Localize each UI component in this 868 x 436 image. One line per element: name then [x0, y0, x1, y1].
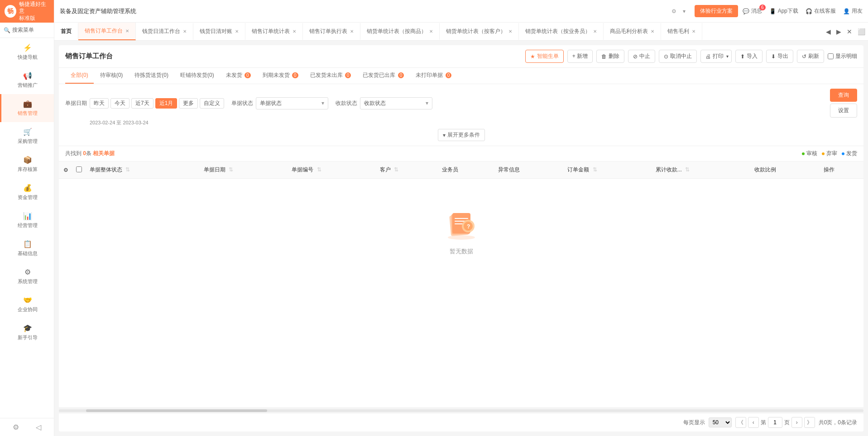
- tab-sales-order[interactable]: 销售订单工作台 ✕: [78, 23, 136, 40]
- suspend-btn[interactable]: ⊘ 中止: [628, 50, 655, 63]
- sidebar-item-system[interactable]: ⚙ 系统管理: [0, 262, 54, 290]
- sub-tab-not-shipped[interactable]: 未发货 0: [221, 68, 256, 84]
- tab-gross-margin[interactable]: 商品毛利分析表 ✕: [604, 23, 661, 40]
- sort-customer-icon[interactable]: ⇅: [394, 166, 398, 173]
- tab-sales-summary-product[interactable]: 销货单统计表（按商品） ✕: [360, 23, 440, 40]
- tab-sales-stats[interactable]: 销售订单统计表 ✕: [245, 23, 303, 40]
- search-menu[interactable]: 🔍 搜索菜单: [0, 23, 54, 38]
- sub-tab-expired-not-shipped[interactable]: 到期未发货 0: [257, 68, 304, 84]
- page-input[interactable]: 1: [768, 417, 782, 428]
- batch-audit-btn[interactable]: 审核: [802, 150, 817, 157]
- col-checkbox[interactable]: [72, 161, 86, 179]
- set-btn[interactable]: 设置: [830, 104, 857, 118]
- tab-nav-prev[interactable]: ◀: [823, 28, 834, 35]
- sub-tab-all[interactable]: 全部(0): [65, 68, 94, 84]
- tab-cash-reconcile[interactable]: 钱货日清对账 ✕: [193, 23, 245, 40]
- import-btn[interactable]: ⬆ 导入: [735, 50, 762, 63]
- sidebar-item-quick-nav[interactable]: ⚡ 快捷导航: [0, 38, 54, 66]
- settings-bottom-icon[interactable]: ⚙: [13, 423, 19, 431]
- sidebar-item-basic-info[interactable]: 📋 基础信息: [0, 234, 54, 262]
- tab-summary-product-close[interactable]: ✕: [429, 29, 433, 34]
- sort-received-icon[interactable]: ⇅: [685, 166, 690, 173]
- sidebar-item-purchase[interactable]: 🛒 采购管理: [0, 122, 54, 150]
- industry-btn[interactable]: 体验行业方案: [695, 5, 738, 17]
- tab-home[interactable]: 首页: [54, 23, 78, 40]
- audit-dot: [802, 152, 805, 155]
- sidebar-item-collab[interactable]: 🤝 企业协同: [0, 290, 54, 318]
- page-last-btn[interactable]: 》: [804, 417, 815, 428]
- col-settings[interactable]: ⚙: [59, 161, 72, 179]
- tab-close-all[interactable]: ✕: [844, 28, 855, 35]
- expand-btn[interactable]: ▾ 展开更多条件: [438, 129, 485, 141]
- date-1month[interactable]: 近1月: [155, 98, 177, 109]
- per-page-select[interactable]: 50 100 200: [709, 417, 732, 427]
- sub-tab-pending-inspect[interactable]: 待拣货送货(0): [129, 68, 174, 84]
- sort-status-icon[interactable]: ⇅: [125, 166, 130, 173]
- show-detail-checkbox[interactable]: [828, 53, 834, 59]
- app-download-item[interactable]: 📱 App下载: [769, 7, 798, 15]
- smart-btn[interactable]: ★ 智能生单: [525, 50, 564, 63]
- col-salesperson: 业务员: [438, 161, 494, 179]
- print-btn[interactable]: 🖨 打印 ▾: [700, 50, 732, 63]
- sidebar-item-finance[interactable]: 💰 资金管理: [0, 178, 54, 206]
- tab-summary-customer-close[interactable]: ✕: [508, 29, 512, 34]
- topbar-settings-icon[interactable]: ⚙: [671, 8, 676, 14]
- payment-select[interactable]: 收款状态 ▾: [360, 97, 432, 109]
- page-next-btn[interactable]: ›: [791, 417, 802, 428]
- tab-maximize[interactable]: ⬜: [855, 28, 868, 35]
- batch-cancel-audit-btn[interactable]: 弃审: [822, 150, 837, 157]
- tab-sales-exec[interactable]: 销售订单执行表 ✕: [303, 23, 360, 40]
- sub-tab-wangpu[interactable]: 旺铺待发货(0): [175, 68, 220, 84]
- message-icon-item[interactable]: 💬 消息 6: [743, 7, 762, 15]
- tab-cash-reconcile-close[interactable]: ✕: [235, 29, 239, 34]
- sidebar-item-operations[interactable]: 📊 经营管理: [0, 206, 54, 234]
- sort-date-icon[interactable]: ⇅: [229, 166, 233, 173]
- tab-sales-summary-staff[interactable]: 销货单统计表（按业务员） ✕: [519, 23, 604, 40]
- sidebar-item-inventory[interactable]: 📦 库存核算: [0, 150, 54, 178]
- user-item[interactable]: 👤 用友: [843, 7, 863, 15]
- refresh-btn[interactable]: ↺ 刷新: [797, 50, 824, 63]
- page-first-btn[interactable]: 《: [735, 417, 746, 428]
- query-btn[interactable]: 查询: [830, 89, 857, 102]
- status-select[interactable]: 单据状态 ▾: [256, 97, 328, 109]
- sidebar-item-sales[interactable]: 💼 销售管理: [0, 94, 54, 122]
- online-service-item[interactable]: 🎧 在线客服: [806, 7, 836, 15]
- refresh-icon: ↺: [802, 53, 806, 60]
- sort-amount-icon[interactable]: ⇅: [593, 166, 597, 173]
- date-custom[interactable]: 自定义: [200, 98, 224, 109]
- add-btn[interactable]: + 新增: [567, 50, 593, 63]
- batch-ship-btn[interactable]: 发货: [842, 150, 857, 157]
- tab-sales-more[interactable]: 销售毛利 ✕: [661, 23, 702, 40]
- tab-sales-summary-customer[interactable]: 销货单统计表（按客户） ✕: [440, 23, 519, 40]
- scrollbar-area[interactable]: [59, 408, 863, 413]
- sub-tab-shipped-not-out[interactable]: 已发货未出库 0: [305, 68, 357, 84]
- sub-tab-shipped-out[interactable]: 已发货已出库 0: [357, 68, 409, 84]
- tab-sales-order-close[interactable]: ✕: [125, 28, 129, 33]
- scrollbar-thumb[interactable]: [86, 409, 267, 412]
- tab-gross-margin-close[interactable]: ✕: [651, 29, 654, 34]
- sub-tab-pending-audit[interactable]: 待审核(0): [95, 68, 129, 84]
- select-all-checkbox[interactable]: [76, 166, 82, 172]
- date-more[interactable]: 更多: [179, 98, 198, 109]
- dropdown-arrow-icon[interactable]: ▾: [683, 8, 686, 14]
- sidebar-item-newbie[interactable]: 🎓 新手引导: [0, 318, 54, 346]
- date-yesterday[interactable]: 昨天: [90, 98, 109, 109]
- tab-sales-more-close[interactable]: ✕: [692, 29, 695, 34]
- delete-btn[interactable]: 🗑 删除: [596, 50, 624, 63]
- date-today[interactable]: 今天: [110, 98, 129, 109]
- sort-number-icon[interactable]: ⇅: [317, 166, 321, 173]
- tab-cash-daily[interactable]: 钱货日清工作台 ✕: [136, 23, 193, 40]
- collapse-sidebar-btn[interactable]: ◁: [36, 423, 41, 431]
- tab-nav-next[interactable]: ▶: [834, 28, 844, 35]
- tab-sales-exec-close[interactable]: ✕: [350, 29, 354, 34]
- sidebar-item-marketing[interactable]: 📢 营销推广: [0, 66, 54, 94]
- tab-cash-daily-close[interactable]: ✕: [183, 29, 187, 34]
- export-btn[interactable]: ⬇ 导出: [766, 50, 793, 63]
- show-detail-checkbox-label[interactable]: 显示明细: [828, 52, 857, 60]
- cancel-suspend-btn[interactable]: ⊙ 取消中止: [659, 50, 697, 63]
- tab-sales-stats-close[interactable]: ✕: [293, 29, 296, 34]
- sub-tab-not-printed[interactable]: 未打印单据 0: [410, 68, 457, 84]
- date-7days[interactable]: 近7天: [131, 98, 153, 109]
- tab-summary-staff-close[interactable]: ✕: [593, 29, 597, 34]
- page-prev-btn[interactable]: ‹: [748, 417, 759, 428]
